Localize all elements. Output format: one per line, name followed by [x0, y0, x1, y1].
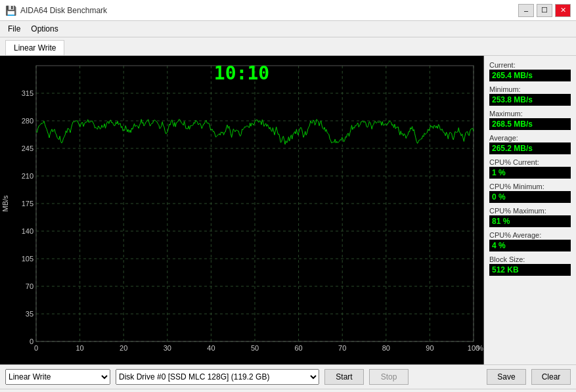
cpu-maximum-stat: CPU% Maximum: 81 % [489, 207, 571, 227]
minimum-stat: Minimum: 253.8 MB/s [489, 85, 571, 106]
window-title: AIDA64 Disk Benchmark [20, 6, 107, 15]
maximize-button[interactable]: ☐ [537, 4, 552, 17]
cpu-maximum-value: 81 % [489, 215, 571, 227]
tabs-area: Linear Write [0, 37, 576, 56]
stats-panel: Current: 265.4 MB/s Minimum: 253.8 MB/s … [484, 56, 576, 364]
block-size-stat: Block Size: 512 KB [489, 255, 571, 276]
menu-options[interactable]: Options [26, 22, 63, 35]
main-area: 10:10 Current: 265.4 MB/s Minimum: 253.8… [0, 56, 576, 364]
block-size-label: Block Size: [489, 255, 571, 263]
maximum-label: Maximum: [489, 110, 571, 118]
cpu-current-value: 1 % [489, 167, 571, 179]
average-value: 265.2 MB/s [489, 142, 571, 154]
menu-file[interactable]: File [3, 22, 26, 35]
average-label: Average: [489, 134, 571, 142]
save-button[interactable]: Save [487, 369, 526, 385]
cpu-current-label: CPU% Current: [489, 158, 571, 166]
close-button[interactable]: ✕ [555, 4, 571, 17]
bottom-bar: Linear Write Disk Drive #0 [SSD MLC 128G… [0, 364, 576, 389]
current-value: 265.4 MB/s [489, 70, 571, 81]
cpu-average-value: 4 % [489, 240, 571, 251]
warning-bar: ⚠ Write tests will DESTROY ALL DATA on t… [0, 389, 576, 392]
stop-button[interactable]: Stop [369, 369, 409, 385]
clear-button[interactable]: Clear [531, 369, 571, 385]
cpu-current-stat: CPU% Current: 1 % [489, 158, 571, 179]
cpu-average-label: CPU% Average: [489, 231, 571, 239]
disk-select-dropdown[interactable]: Disk Drive #0 [SSD MLC 128G] (119.2 GB) [116, 369, 319, 385]
chart-time: 10:10 [214, 62, 269, 84]
start-button[interactable]: Start [324, 369, 364, 385]
block-size-value: 512 KB [489, 264, 571, 276]
title-bar-controls: – ☐ ✕ [518, 4, 571, 17]
minimum-label: Minimum: [489, 85, 571, 93]
benchmark-chart [0, 56, 483, 364]
maximum-stat: Maximum: 268.5 MB/s [489, 110, 571, 130]
minimum-value: 253.8 MB/s [489, 94, 571, 106]
cpu-minimum-stat: CPU% Minimum: 0 % [489, 183, 571, 203]
title-bar-left: 💾 AIDA64 Disk Benchmark [5, 5, 107, 16]
average-stat: Average: 265.2 MB/s [489, 134, 571, 154]
cpu-maximum-label: CPU% Maximum: [489, 207, 571, 215]
cpu-average-stat: CPU% Average: 4 % [489, 231, 571, 251]
current-stat: Current: 265.4 MB/s [489, 61, 571, 81]
tab-linear-write[interactable]: Linear Write [5, 40, 64, 55]
cpu-minimum-label: CPU% Minimum: [489, 183, 571, 190]
app-icon: 💾 [5, 5, 16, 16]
cpu-minimum-value: 0 % [489, 191, 571, 203]
menu-bar: File Options [0, 21, 576, 37]
title-bar: 💾 AIDA64 Disk Benchmark – ☐ ✕ [0, 0, 576, 21]
maximum-value: 268.5 MB/s [489, 118, 571, 130]
minimize-button[interactable]: – [518, 4, 534, 17]
current-label: Current: [489, 61, 571, 69]
test-type-dropdown[interactable]: Linear Write [5, 369, 110, 385]
chart-area: 10:10 [0, 56, 484, 364]
